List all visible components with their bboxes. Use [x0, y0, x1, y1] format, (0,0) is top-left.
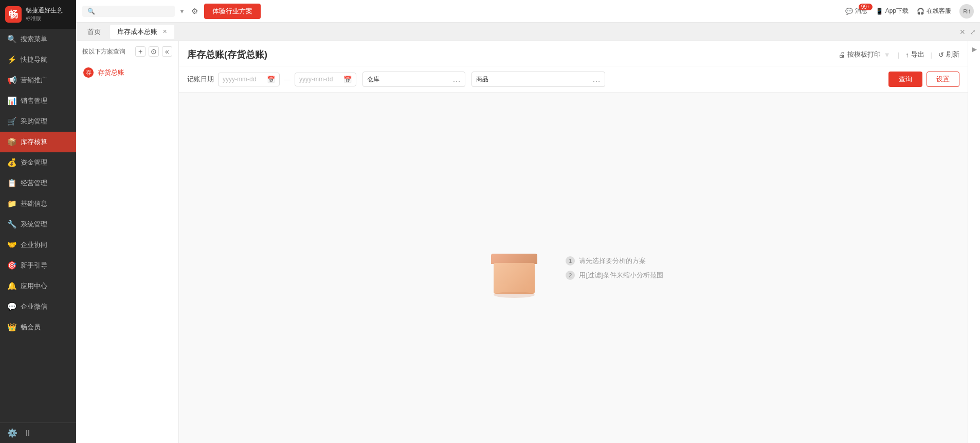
basic-icon: 📁 [7, 199, 16, 208]
sidebar-item-finance[interactable]: 💰 资金管理 [0, 152, 76, 173]
sidebar-label-wechat: 企业微信 [21, 302, 47, 311]
warehouse-more-icon[interactable]: … [452, 75, 461, 84]
filter-add-btn[interactable]: + [135, 46, 146, 57]
filter-item-inventory[interactable]: 存 存货总账 [76, 62, 178, 83]
filter-settings-btn[interactable]: ⊙ [149, 46, 159, 57]
member-icon: 👑 [7, 323, 16, 332]
calendar-start-icon[interactable]: 📅 [267, 76, 275, 83]
settings-button[interactable]: 设置 [927, 72, 959, 87]
sidebar-label-member: 畅会员 [21, 323, 41, 332]
sidebar-label-basic: 基础信息 [21, 199, 47, 208]
sidebar-item-purchase[interactable]: 🛒 采购管理 [0, 111, 76, 132]
sidebar-item-marketing[interactable]: 📢 营销推广 [0, 70, 76, 91]
message-item[interactable]: 💬 消息 99+ [845, 7, 867, 15]
tabs-bar: 首页 库存成本总账 ✕ ✕ ⤢ [76, 23, 980, 41]
topbar-right: 💬 消息 99+ 📱 App下载 🎧 在线客服 Rit [845, 4, 974, 19]
home-tab-label: 首页 [87, 27, 101, 37]
filter-header-label: 按以下方案查询 [82, 47, 125, 56]
sidebar-item-system[interactable]: 🔧 系统管理 [0, 214, 76, 235]
sidebar-item-inventory[interactable]: 📦 库存核算 [0, 132, 76, 152]
purchase-icon: 🛒 [7, 117, 16, 126]
empty-hint-2: 2 用[过滤]条件来缩小分析范围 [566, 271, 663, 280]
sidebar-item-member[interactable]: 👑 畅会员 [0, 317, 76, 338]
product-label: 商品 [476, 75, 488, 84]
tab-resize-icon[interactable]: ⤢ [970, 28, 976, 36]
empty-illustration [483, 237, 545, 299]
refresh-action[interactable]: ↺ 刷新 [938, 50, 959, 59]
print-action[interactable]: 🖨 按模板打印 ▼ [839, 50, 892, 59]
shortcut-icon: ⚡ [7, 55, 16, 64]
online-service-label: 在线客服 [927, 7, 951, 15]
wechat-icon: 💬 [7, 302, 16, 311]
date-start-placeholder: yyyy-mm-dd [223, 76, 256, 83]
tab-close-icon[interactable]: ✕ [162, 28, 167, 35]
message-icon: 💬 [845, 8, 853, 15]
product-more-icon[interactable]: … [592, 75, 601, 84]
warehouse-select[interactable]: 仓库 … [362, 72, 465, 87]
date-end-input[interactable]: yyyy-mm-dd 📅 [295, 73, 356, 86]
sidebar-item-sales[interactable]: 📊 销售管理 [0, 91, 76, 111]
sidebar-item-enterprise[interactable]: 🤝 企业协同 [0, 235, 76, 255]
topbar-search[interactable]: 🔍 [82, 6, 175, 17]
main-panel: 库存总账(存货总账) 🖨 按模板打印 ▼ | ↑ 导出 | ↺ [179, 41, 968, 443]
app-name-block: 畅捷通好生意 标准版 [26, 7, 63, 22]
sidebar: 畅 畅捷通好生意 标准版 🔍 搜索菜单 ⚡ 快捷导航 📢 营销推广 📊 销售管理… [0, 0, 76, 443]
online-service-item[interactable]: 🎧 在线客服 [917, 7, 951, 15]
sidebar-item-newbie[interactable]: 🎯 新手引导 [0, 255, 76, 276]
product-select[interactable]: 商品 … [471, 72, 605, 87]
sidebar-item-wechat[interactable]: 💬 企业微信 [0, 296, 76, 317]
sidebar-label-purchase: 采购管理 [21, 117, 47, 126]
app-download-item[interactable]: 📱 App下载 [876, 7, 909, 15]
headset-icon: 🎧 [917, 8, 924, 15]
tab-close-panel-icon[interactable]: ✕ [959, 28, 966, 36]
sidebar-item-appstore[interactable]: 🔔 应用中心 [0, 276, 76, 296]
date-start-input[interactable]: yyyy-mm-dd 📅 [218, 73, 280, 86]
topbar-gear-icon[interactable]: ⚙ [189, 5, 200, 18]
sidebar-label-inventory: 库存核算 [21, 137, 47, 147]
box-body [494, 263, 535, 294]
sidebar-footer: ⚙️ ⏸ [0, 422, 76, 443]
settings-footer-icon[interactable]: ⚙️ [7, 428, 17, 438]
right-panel-icon[interactable]: ▶ [972, 45, 977, 53]
print-dropdown-icon[interactable]: ▼ [884, 51, 891, 59]
app-name: 畅捷通好生意 [26, 7, 63, 15]
user-avatar[interactable]: Rit [959, 4, 974, 19]
sidebar-label-marketing: 营销推广 [21, 76, 47, 85]
calendar-end-icon[interactable]: 📅 [343, 76, 352, 83]
box-shadow [494, 292, 535, 298]
topbar-chevron-icon[interactable]: ▼ [179, 8, 185, 15]
warehouse-field: 仓库 … [362, 72, 465, 87]
filter-collapse-btn[interactable]: « [162, 46, 172, 57]
sidebar-label-finance: 资金管理 [21, 158, 47, 167]
content-area: 按以下方案查询 + ⊙ « 存 存货总账 库存总账(存货总账) 🖨 [76, 41, 980, 443]
right-panel: ▶ [968, 41, 980, 443]
system-icon: 🔧 [7, 220, 16, 229]
tab-home[interactable]: 首页 [80, 25, 108, 39]
box-lid [491, 254, 537, 264]
finance-icon: 💰 [7, 158, 16, 167]
sidebar-item-basic[interactable]: 📁 基础信息 [0, 193, 76, 214]
sidebar-item-shortcut[interactable]: ⚡ 快捷导航 [0, 49, 76, 70]
filter-item-icon: 存 [83, 67, 94, 78]
date-end-placeholder: yyyy-mm-dd [299, 76, 333, 83]
print-icon: 🖨 [839, 51, 845, 59]
topbar-search-icon: 🔍 [87, 8, 95, 15]
sidebar-label-shortcut: 快捷导航 [21, 55, 47, 64]
app-download-label: App下载 [885, 7, 909, 15]
date-separator: — [284, 76, 291, 83]
page-title: 库存总账(存货总账) [187, 48, 267, 61]
collapse-icon[interactable]: ⏸ [24, 429, 32, 438]
tab-inventory-ledger[interactable]: 库存成本总账 ✕ [110, 25, 174, 39]
refresh-icon: ↺ [938, 51, 944, 59]
header-separator2: | [931, 51, 932, 59]
sidebar-item-search[interactable]: 🔍 搜索菜单 [0, 29, 76, 49]
industry-btn[interactable]: 体验行业方案 [204, 4, 261, 19]
sidebar-item-operation[interactable]: 📋 经营管理 [0, 173, 76, 193]
filter-header: 按以下方案查询 + ⊙ « [76, 41, 178, 62]
refresh-label: 刷新 [946, 50, 959, 59]
appstore-icon: 🔔 [7, 281, 16, 291]
query-button[interactable]: 查询 [888, 72, 922, 87]
hint-label-1: 请先选择要分析的方案 [579, 256, 646, 265]
filter-actions: + ⊙ « [135, 46, 172, 57]
export-action[interactable]: ↑ 导出 [905, 50, 924, 59]
